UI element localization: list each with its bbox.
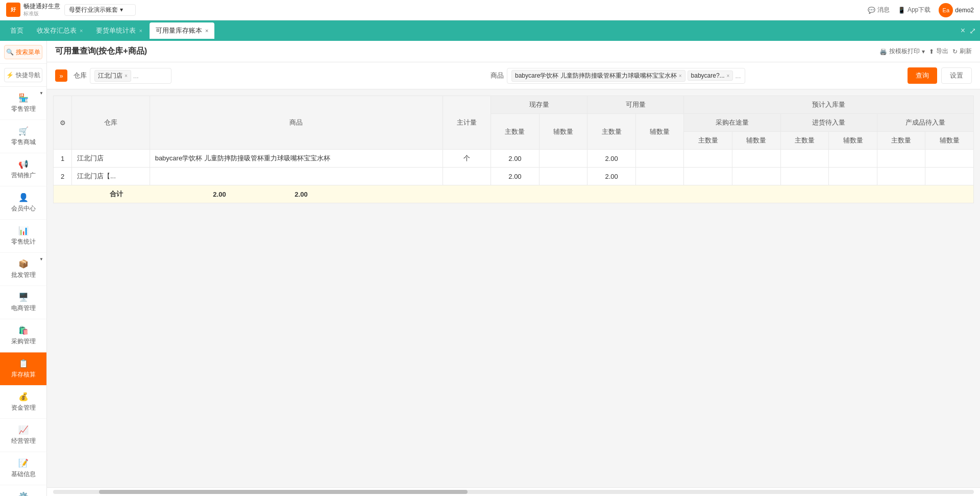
col-available-aux-header: 辅数量 <box>635 114 684 150</box>
sidebar-item-ecommerce[interactable]: 🖥️ 电商管理 <box>0 286 46 319</box>
expand-icon[interactable]: ⤢ <box>969 26 976 36</box>
top-bar-left: 好 畅捷通好生意 标准版 母婴行业演示账套 ▾ <box>6 3 136 17</box>
col-available-main-header: 主数量 <box>587 114 636 150</box>
refresh-button[interactable]: ↻ 刷新 <box>952 47 972 56</box>
retail-stats-icon: 📊 <box>18 226 29 235</box>
tab-available-stock-label: 可用量库存账本 <box>156 26 202 35</box>
footer-current-aux <box>240 191 281 198</box>
product-tag-1-close[interactable]: × <box>679 73 682 79</box>
sidebar-item-label: 库存核算 <box>11 370 36 379</box>
col-unit-header: 主计量 <box>443 96 491 150</box>
row-product: babycare学饮杯 儿童防摔防撞吸管杯重力球吸嘴杯宝宝水杯 <box>150 150 443 168</box>
sidebar-item-retail-mgmt[interactable]: 🏪 零售管理 <box>0 87 46 120</box>
sidebar-item-operation[interactable]: 📈 经营管理 <box>0 419 46 452</box>
user-area[interactable]: Ea demo2 <box>939 3 974 17</box>
sidebar-item-label: 营销推广 <box>11 171 36 180</box>
tab-order-stats[interactable]: 要货单统计表 × <box>90 22 148 39</box>
sidebar-item-finance[interactable]: 💰 资金管理 <box>0 386 46 419</box>
sidebar-item-member-center[interactable]: 👤 会员中心 <box>0 186 46 220</box>
sidebar-item-inventory[interactable]: 📋 库存核算 <box>0 352 46 386</box>
row-pur-pending-aux <box>829 150 877 168</box>
sidebar-item-wholesale[interactable]: 📦 批发管理 <box>0 253 46 286</box>
logo-text: 畅捷通好生意 <box>23 3 60 10</box>
industry-selector[interactable]: 母婴行业演示账套 ▾ <box>64 4 136 16</box>
tab-home-label: 首页 <box>10 26 23 35</box>
quick-nav-button[interactable]: ⚡ 快捷导航 <box>4 68 42 82</box>
tab-order-stats-close[interactable]: × <box>139 28 142 34</box>
row-pur-pending-main <box>780 150 829 168</box>
row-current-aux <box>539 168 587 185</box>
warehouse-more-button[interactable]: ... <box>133 72 139 80</box>
finance-icon: 💰 <box>18 392 29 401</box>
app-label: App下载 <box>908 6 930 14</box>
page-actions: 🖨️ 按模板打印 ▾ ⬆ 导出 ↻ 刷新 <box>879 47 972 56</box>
table-row: 1 江北门店 babycare学饮杯 儿童防摔防撞吸管杯重力球吸嘴杯宝宝水杯 个… <box>54 150 974 168</box>
col-settings-header[interactable]: ⚙ <box>54 96 72 150</box>
table-area[interactable]: ⚙ 仓库 商品 主计量 现存量 可用量 预计入库量 主数量 辅数量 主数量 辅数… <box>47 89 980 487</box>
tab-bar: 首页 收发存汇总表 × 要货单统计表 × 可用量库存账本 × × ⤢ <box>0 20 980 41</box>
sidebar-item-label: 采购管理 <box>11 337 36 346</box>
horizontal-scrollbar[interactable] <box>53 490 974 494</box>
search-menu-button[interactable]: 🔍 搜索菜单 <box>4 45 42 59</box>
col-pur-transit-aux-header: 辅数量 <box>732 132 781 150</box>
sidebar-item-purchase[interactable]: 🛍️ 采购管理 <box>0 319 46 352</box>
bottom-scroll-bar <box>47 487 980 496</box>
sidebar-item-basic-info[interactable]: 📝 基础信息 <box>0 452 46 485</box>
product-tag-2: babycare?... × <box>688 70 733 81</box>
message-button[interactable]: 💬 消息 <box>868 6 890 14</box>
app-download-button[interactable]: 📱 App下载 <box>898 6 930 14</box>
row-unit: 个 <box>443 150 491 168</box>
sidebar-item-retail-stats[interactable]: 📊 零售统计 <box>0 220 46 253</box>
tab-bar-actions: × ⤢ <box>961 26 976 36</box>
ecommerce-icon: 🖥️ <box>18 292 29 302</box>
message-icon: 💬 <box>868 7 875 14</box>
row-pur-transit-aux <box>732 150 781 168</box>
print-button[interactable]: 🖨️ 按模板打印 ▾ <box>879 47 925 56</box>
footer-current-main <box>158 191 199 198</box>
tab-available-stock[interactable]: 可用量库存账本 × <box>150 22 214 39</box>
refresh-icon: ↻ <box>952 48 958 55</box>
tab-home[interactable]: 首页 <box>4 22 30 39</box>
tab-available-stock-close[interactable]: × <box>205 28 208 34</box>
sidebar-item-retail-mall[interactable]: 🛒 零售商城 <box>0 120 46 153</box>
footer-available-main-val: 2.00 <box>281 191 322 198</box>
purchase-icon: 🛍️ <box>18 325 29 335</box>
product-more-button[interactable]: ... <box>735 72 741 80</box>
filter-toggle-button[interactable]: » <box>55 69 67 82</box>
chevron-right-icon: » <box>59 72 63 80</box>
sidebar-item-system[interactable]: ⚙️ 系统管理 <box>0 485 46 496</box>
tab-receipt-summary[interactable]: 收发存汇总表 × <box>31 22 89 39</box>
col-current-aux-header: 辅数量 <box>539 114 587 150</box>
sidebar-item-label: 经营管理 <box>11 437 36 445</box>
export-button[interactable]: ⬆ 导出 <box>929 47 948 56</box>
settings-button[interactable]: 设置 <box>941 67 972 84</box>
sidebar-item-marketing[interactable]: 📢 营销推广 <box>0 153 46 186</box>
product-tag-2-close[interactable]: × <box>727 73 730 79</box>
row-current-main: 2.00 <box>491 168 540 185</box>
avatar: Ea <box>939 3 953 17</box>
row-pur-pending-main <box>780 168 829 185</box>
footer-total-label: 合计 <box>59 190 158 199</box>
sidebar: 🔍 搜索菜单 ⚡ 快捷导航 🏪 零售管理 🛒 零售商城 📢 营销推广 👤 会员中… <box>0 41 47 496</box>
warehouse-tag-close[interactable]: × <box>125 73 128 79</box>
top-bar: 好 畅捷通好生意 标准版 母婴行业演示账套 ▾ 💬 消息 📱 App下载 Ea … <box>0 0 980 20</box>
col-warehouse-header: 仓库 <box>72 96 150 150</box>
query-button[interactable]: 查询 <box>908 67 937 84</box>
row-prod-pending-main <box>877 150 925 168</box>
sidebar-item-label: 会员中心 <box>11 204 36 213</box>
user-name: demo2 <box>955 7 974 14</box>
inventory-icon: 📋 <box>18 359 29 368</box>
close-all-tabs-button[interactable]: × <box>961 26 965 35</box>
scrollbar-thumb[interactable] <box>99 490 468 494</box>
col-pur-transit-header: 采购在途量 <box>684 114 780 132</box>
col-product-header: 商品 <box>150 96 443 150</box>
logo-icon: 好 <box>6 3 20 17</box>
tab-receipt-summary-close[interactable]: × <box>80 28 83 34</box>
sidebar-item-label: 资金管理 <box>11 404 36 412</box>
sidebar-item-label: 批发管理 <box>11 271 36 279</box>
logo-text-area: 畅捷通好生意 标准版 <box>23 3 60 17</box>
logo-subtext: 标准版 <box>23 10 60 17</box>
search-icon: 🔍 <box>6 49 14 56</box>
col-prod-pending-main-header: 主数量 <box>877 132 925 150</box>
product-tag-1: babycare学饮杯 儿童防摔防撞吸管杯重力球吸嘴杯宝宝水杯 × <box>511 70 685 82</box>
